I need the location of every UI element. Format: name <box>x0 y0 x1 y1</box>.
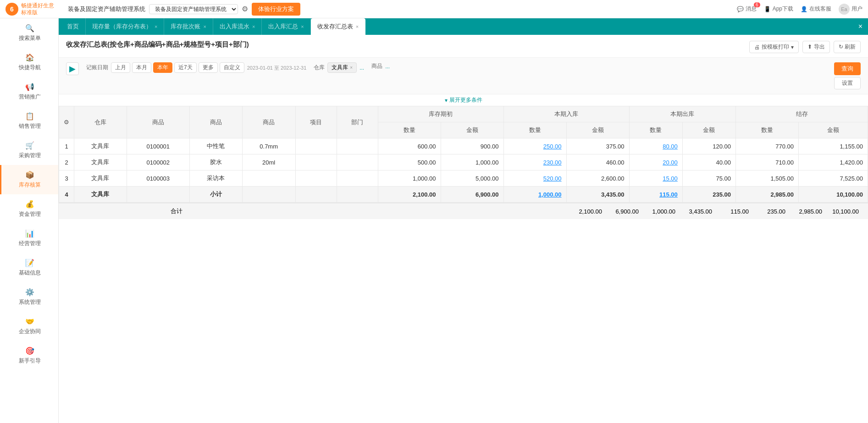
tab-batch-close[interactable]: × <box>203 24 206 29</box>
sidebar-item-purchase[interactable]: 🛒 采购管理 <box>0 136 58 165</box>
print-button[interactable]: 🖨 按模板打印 ▾ <box>749 41 799 53</box>
sidebar-item-label: 经营管理 <box>19 240 41 247</box>
tab-collect-summary-close[interactable]: × <box>356 24 359 29</box>
table-cell: 7,525.00 <box>799 170 868 187</box>
th-spec: 商品 <box>242 106 295 138</box>
product-filter-group: 商品 ... <box>371 62 390 70</box>
table-cell: 40.00 <box>682 154 735 170</box>
table-cell <box>337 187 378 203</box>
tab-batch-label: 库存批次账 <box>171 22 200 31</box>
product-more[interactable]: ... <box>385 63 390 70</box>
sidebar-item-label: 营销推广 <box>19 93 41 101</box>
table-cell: 10,100.00 <box>799 187 868 203</box>
tab-inout-flow-close[interactable]: × <box>252 24 255 29</box>
th-dept: 部门 <box>337 106 378 138</box>
table-cell: 3 <box>59 170 74 187</box>
table-cell[interactable]: 115.00 <box>629 187 682 203</box>
table-row: 1文具库0100001中性笔0.7mm600.00900.00250.00375… <box>59 138 868 154</box>
th-bal-qty: 数量 <box>736 122 799 138</box>
tab-close-all[interactable]: × <box>855 22 866 31</box>
search-icon: 🔍 <box>25 24 34 33</box>
expand-more-conditions[interactable]: ▾ 展开更多条件 <box>59 94 868 106</box>
tab-inout-summary[interactable]: 出入库汇总 × <box>262 18 310 35</box>
date-filter-label: 记账日期 <box>86 64 108 71</box>
table-cell <box>295 154 337 170</box>
message-button[interactable]: 💬 消息 6 <box>737 5 757 13</box>
sidebar-item-operations[interactable]: 📊 经营管理 <box>0 224 58 253</box>
newbie-icon: 🎯 <box>25 346 34 355</box>
table-cell: 20ml <box>242 154 295 170</box>
refresh-icon: ↻ <box>839 44 843 50</box>
table-cell <box>337 170 378 187</box>
tab-inout-flow[interactable]: 出入库流水 × <box>213 18 262 35</box>
warehouse-tag-close[interactable]: × <box>350 65 353 70</box>
sidebar: 🔍 搜索菜单 🏠 快捷导航 📢 营销推广 📋 销售管理 🛒 采购管理 📦 库存核… <box>0 18 59 423</box>
page-header: 收发存汇总表(按仓库+商品编码+商品+规格型号+项目+部门) 🖨 按模板打印 ▾… <box>59 35 868 58</box>
date-btn-last-month[interactable]: 上月 <box>111 62 130 73</box>
tab-inout-summary-close[interactable]: × <box>301 24 304 29</box>
basic-icon: 📝 <box>25 258 34 267</box>
total-bal-amt: 10,100.00 <box>827 208 863 215</box>
print-dropdown-icon: ▾ <box>791 44 794 50</box>
system-icon: ⚙️ <box>25 288 34 297</box>
sidebar-item-label: 基础信息 <box>19 269 41 277</box>
sidebar-item-quicknav[interactable]: 🏠 快捷导航 <box>0 48 58 77</box>
tab-home[interactable]: 首页 <box>61 18 86 35</box>
inventory-icon: 📦 <box>25 170 34 179</box>
tab-inventory-dist-close[interactable]: × <box>155 24 157 29</box>
sidebar-item-newbie[interactable]: 🎯 新手引导 <box>0 341 58 370</box>
table-cell[interactable]: 15.00 <box>629 170 682 187</box>
date-btn-more[interactable]: 更多 <box>199 62 218 73</box>
app-download-button[interactable]: 📱 App下载 <box>764 5 793 13</box>
table-cell[interactable]: 230.00 <box>503 154 566 170</box>
refresh-button[interactable]: ↻ 刷新 <box>834 41 861 53</box>
total-label: 合计 <box>78 207 275 215</box>
system-selector[interactable]: 装备及固定资产辅助管理系统 <box>149 4 238 14</box>
online-service-button[interactable]: 👤 在线客服 <box>801 5 831 13</box>
tab-inventory-dist[interactable]: 现存量（库存分布表） × <box>86 18 164 35</box>
table-cell: 文具库 <box>74 187 127 203</box>
trial-button[interactable]: 体验行业方案 <box>252 3 300 16</box>
table-cell[interactable]: 250.00 <box>503 138 566 154</box>
warehouse-more[interactable]: ... <box>359 65 364 71</box>
export-button[interactable]: ⬆ 导出 <box>802 41 829 53</box>
message-badge: 6 <box>754 2 760 7</box>
query-button[interactable]: 查询 <box>834 62 861 75</box>
top-bar: 6 畅捷通好生意 标准版 装备及固定资产辅助管理系统 装备及固定资产辅助管理系统… <box>0 0 868 18</box>
tab-collect-summary[interactable]: 收发存汇总表 × <box>311 18 365 35</box>
user-menu[interactable]: Ea 用户 <box>839 4 862 15</box>
tab-batch[interactable]: 库存批次账 × <box>164 18 213 35</box>
summary-table: ⚙ 仓库 商品 商品 商品 项目 部门 库存期初 本期入库 本期出库 结存 <box>59 106 868 203</box>
date-btn-this-year[interactable]: 本年 <box>153 62 172 73</box>
sidebar-item-inventory[interactable]: 📦 库存核算 <box>0 165 58 194</box>
date-btn-custom[interactable]: 自定义 <box>220 62 244 73</box>
sidebar-item-enterprise[interactable]: 🤝 企业协同 <box>0 312 58 341</box>
settings-icon[interactable]: ⚙ <box>242 5 248 13</box>
date-btn-this-month[interactable]: 本月 <box>132 62 151 73</box>
date-btn-7days[interactable]: 近7天 <box>174 62 197 73</box>
sidebar-item-marketing[interactable]: 📢 营销推广 <box>0 77 58 106</box>
sidebar-item-sales[interactable]: 📋 销售管理 <box>0 106 58 136</box>
filter-actions: 查询 设置 <box>834 62 861 89</box>
user-avatar: Ea <box>839 4 850 15</box>
app-download-label: App下载 <box>773 5 793 13</box>
filter-toggle-button[interactable]: ▶ <box>66 62 79 75</box>
table-cell[interactable]: 520.00 <box>503 170 566 187</box>
table-cell: 900.00 <box>441 138 503 154</box>
system-title: 装备及固定资产辅助管理系统 <box>68 5 145 13</box>
sidebar-item-search[interactable]: 🔍 搜索菜单 <box>0 18 58 48</box>
sidebar-item-basic[interactable]: 📝 基础信息 <box>0 253 58 282</box>
table-cell: 770.00 <box>736 138 799 154</box>
set-button[interactable]: 设置 <box>834 77 861 89</box>
table-wrapper: ⚙ 仓库 商品 商品 商品 项目 部门 库存期初 本期入库 本期出库 结存 <box>59 106 868 203</box>
th-open-stock: 库存期初 <box>378 106 503 122</box>
sidebar-item-finance[interactable]: 💰 资金管理 <box>0 194 58 224</box>
sidebar-item-label: 销售管理 <box>19 122 41 130</box>
sidebar-item-system[interactable]: ⚙️ 系统管理 <box>0 282 58 312</box>
table-cell: 1,505.00 <box>736 170 799 187</box>
table-cell[interactable]: 20.00 <box>629 154 682 170</box>
table-cell[interactable]: 1,000.00 <box>503 187 566 203</box>
table-cell <box>295 187 337 203</box>
table-cell[interactable]: 80.00 <box>629 138 682 154</box>
table-cell: 文具库 <box>74 154 127 170</box>
